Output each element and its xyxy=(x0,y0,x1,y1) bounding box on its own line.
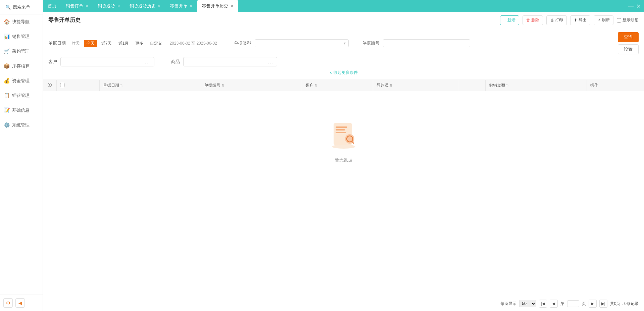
tab-close-icon[interactable]: ✕ xyxy=(117,4,120,8)
prev-page-btn[interactable]: ◀ xyxy=(550,300,558,308)
show-detail-input[interactable] xyxy=(617,18,621,22)
first-page-btn[interactable]: |◀ xyxy=(539,300,547,308)
page-header: 零售开单历史 + 新增 🗑 删除 🖨 打印 ⬆ 导出 ↺ 刷新 显示明细 xyxy=(43,12,644,28)
date-btn-yesterday[interactable]: 昨天 xyxy=(69,40,83,47)
collapse-filter-btn[interactable]: ∧ 收起更多条件 xyxy=(329,70,358,75)
filter-row-2: 客户 ... 商品 ... xyxy=(48,57,639,66)
settings-icon: ⚙️ xyxy=(3,122,10,128)
tab-sales-return-history[interactable]: 销货退货历史 ✕ xyxy=(125,0,165,12)
home-icon: 🏠 xyxy=(3,18,10,25)
number-col-label: 单据编号 xyxy=(204,83,220,88)
tab-close-icon[interactable]: ✕ xyxy=(230,4,233,8)
goods-filter-label: 商品 xyxy=(171,59,180,65)
action-col-label: 操作 xyxy=(590,83,598,88)
purchase-icon: 🛒 xyxy=(3,48,10,55)
show-detail-checkbox[interactable]: 显示明细 xyxy=(617,17,639,23)
query-button[interactable]: 查询 xyxy=(618,32,639,42)
page-number-input[interactable]: 1 xyxy=(567,300,579,307)
sort-customer[interactable]: 客户 ⇅ xyxy=(305,83,317,88)
type-filter-select[interactable]: ▾ xyxy=(255,39,349,47)
sort-amount[interactable]: 实销金额 ⇅ xyxy=(489,83,509,88)
date-filter-buttons: 昨天 今天 近7天 近1月 更多 自定义 xyxy=(69,40,165,47)
tab-retail-history-label: 零售开单历史 xyxy=(202,3,228,9)
table-customer-th[interactable]: 客户 ⇅ xyxy=(302,80,373,91)
sort-icon: ⇅ xyxy=(390,84,392,87)
sidebar-item-label: 销售管理 xyxy=(12,34,30,40)
sidebar-item-quick-nav[interactable]: 🏠 快捷导航 xyxy=(0,14,43,29)
filter-settings-button[interactable]: 设置 xyxy=(618,44,639,54)
tab-close-icon[interactable]: ✕ xyxy=(85,4,88,8)
content-area: 零售开单历史 + 新增 🗑 删除 🖨 打印 ⬆ 导出 ↺ 刷新 显示明细 单据日… xyxy=(43,12,644,311)
data-table: 单据日期 ⇅ 单据编号 ⇅ 客户 xyxy=(43,80,644,91)
sidebar-item-label: 经营管理 xyxy=(12,93,30,99)
sort-date[interactable]: 单据日期 ⇅ xyxy=(103,83,123,88)
delete-button[interactable]: 🗑 删除 xyxy=(523,15,543,25)
per-page-label: 每页显示 xyxy=(500,301,516,307)
sidebar-search[interactable]: 🔍 搜索采单 xyxy=(0,0,43,14)
goods-dots-icon[interactable]: ... xyxy=(268,59,274,65)
sort-number[interactable]: 单据编号 ⇅ xyxy=(204,83,224,88)
date-btn-more[interactable]: 更多 xyxy=(133,40,146,47)
sidebar-item-finance[interactable]: 💰 资金管理 xyxy=(0,73,43,88)
date-btn-custom[interactable]: 自定义 xyxy=(147,40,165,47)
tab-sales-order-label: 销售订单 xyxy=(66,3,83,9)
sidebar-item-inventory[interactable]: 📦 库存核算 xyxy=(0,59,43,73)
date-btn-today[interactable]: 今天 xyxy=(84,40,97,47)
number-filter-input[interactable] xyxy=(383,39,470,47)
add-button[interactable]: + 新增 xyxy=(500,15,519,25)
tab-sales-return-label: 销货退货 xyxy=(98,3,115,9)
tab-close-icon[interactable]: ✕ xyxy=(158,4,161,8)
table-number-th[interactable]: 单据编号 ⇅ xyxy=(201,80,302,91)
export-button[interactable]: ⬆ 导出 xyxy=(570,15,590,25)
pagination-bar: 每页显示 50 100 |◀ ◀ 第 1 页 ▶ ▶| 共0页，0条记录 xyxy=(43,296,644,311)
table-header-row: 单据日期 ⇅ 单据编号 ⇅ 客户 xyxy=(43,80,644,91)
tab-retail-history[interactable]: 零售开单历史 ✕ xyxy=(197,0,238,12)
tab-close-icon[interactable]: ✕ xyxy=(190,4,193,8)
sidebar-item-sales-mgmt[interactable]: 📊 销售管理 xyxy=(0,29,43,44)
sort-icon: ⇅ xyxy=(120,84,123,87)
sidebar-item-label: 系统管理 xyxy=(12,122,30,128)
table-date-th[interactable]: 单据日期 ⇅ xyxy=(99,80,201,91)
sidebar-item-label: 采购管理 xyxy=(12,48,30,54)
guide-col-label: 导购员 xyxy=(377,83,389,88)
date-btn-7days[interactable]: 近7天 xyxy=(99,40,114,47)
sort-icon: ⇅ xyxy=(221,84,224,87)
inventory-icon: 📦 xyxy=(3,63,10,69)
sidebar-collapse-btn[interactable]: ◀ xyxy=(15,298,25,308)
sidebar-item-basic-info[interactable]: 📝 基础信息 xyxy=(0,103,43,118)
last-page-btn[interactable]: ▶| xyxy=(599,300,607,308)
main-area: 首页 销售订单 ✕ 销货退货 ✕ 销货退货历史 ✕ 零售开单 ✕ 零售开单历史 … xyxy=(43,0,644,311)
per-page-select[interactable]: 50 100 xyxy=(519,300,536,307)
tab-sales-return-history-label: 销货退货历史 xyxy=(130,3,156,9)
tab-home[interactable]: 首页 xyxy=(43,0,61,12)
date-btn-1month[interactable]: 近1月 xyxy=(116,40,132,47)
next-page-btn[interactable]: ▶ xyxy=(589,300,597,308)
svg-point-1 xyxy=(49,84,50,86)
empty-icon xyxy=(327,118,360,152)
table-guide-th[interactable]: 导购员 ⇅ xyxy=(373,80,459,91)
refresh-button[interactable]: ↺ 刷新 xyxy=(594,15,613,25)
tab-sales-return[interactable]: 销货退货 ✕ xyxy=(93,0,125,12)
search-icon: 🔍 xyxy=(5,5,11,10)
table-checkbox-th[interactable] xyxy=(56,80,99,91)
window-minimize-icon[interactable]: — xyxy=(628,3,634,9)
sidebar-item-sys-mgmt[interactable]: ⚙️ 系统管理 xyxy=(0,118,43,133)
customer-col-label: 客户 xyxy=(305,83,313,88)
sidebar-settings-btn[interactable]: ⚙ xyxy=(3,298,13,308)
customer-dots-icon[interactable]: ... xyxy=(145,59,151,65)
print-button[interactable]: 🖨 打印 xyxy=(546,15,567,25)
sort-icon: ⇅ xyxy=(506,84,509,87)
sidebar-item-operations[interactable]: 📋 经营管理 xyxy=(0,88,43,103)
select-all-checkbox[interactable] xyxy=(60,83,64,87)
tab-retail-open[interactable]: 零售开单 ✕ xyxy=(165,0,197,12)
sidebar-item-purchase-mgmt[interactable]: 🛒 采购管理 xyxy=(0,44,43,59)
tab-sales-order[interactable]: 销售订单 ✕ xyxy=(61,0,93,12)
table-settings-th[interactable] xyxy=(43,80,56,91)
sort-guide[interactable]: 导购员 ⇅ xyxy=(377,83,392,88)
window-close-icon[interactable]: ✕ xyxy=(636,3,641,9)
table-amount-th[interactable]: 实销金额 ⇅ xyxy=(486,80,587,91)
date-range-display: 2023-06-02 至 2023-06-02 xyxy=(169,41,217,46)
tab-bar-right: — ✕ xyxy=(628,3,644,9)
finance-icon: 💰 xyxy=(3,77,10,84)
chevron-up-icon: ∧ xyxy=(329,70,332,75)
